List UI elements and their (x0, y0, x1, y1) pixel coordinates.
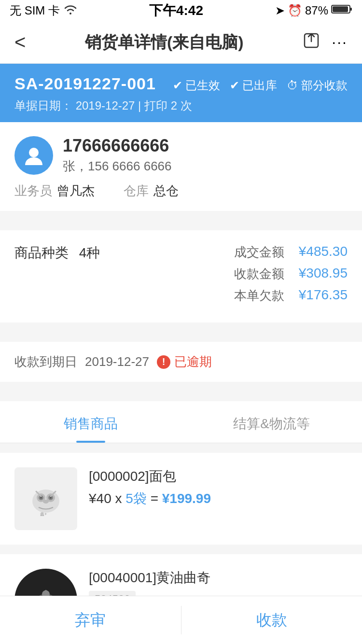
svg-point-10 (40, 497, 42, 499)
location-icon: ➤ (275, 4, 285, 17)
overdue-badge: ! 已逾期 (157, 353, 212, 370)
total-value-1: ¥199.99 (162, 491, 211, 506)
bottom-bar: 弃审 收款 (0, 596, 362, 644)
status-bar: 无 SIM 卡 下午4:42 ➤ ⏰ 87% (0, 0, 362, 21)
product-price-1: ¥40 x 5袋 = ¥199.99 (89, 490, 348, 508)
avatar (14, 136, 53, 175)
salesperson-value: 曾凡杰 (57, 182, 95, 199)
deal-amount-value: ¥485.30 (299, 244, 348, 261)
due-section: 收款到期日 2019-12-27 ! 已逾期 (0, 342, 362, 382)
tabs-bar: 销售商品 结算&物流等 (0, 401, 362, 443)
owed-label: 本单欠款 (234, 287, 284, 304)
product-name-2: [00040001]黄油曲奇 (89, 569, 348, 587)
svg-point-11 (50, 497, 52, 499)
order-status-row: ✔ 已生效 ✔ 已出库 ⏱ 部分收款 (173, 78, 348, 93)
carrier-text: 无 SIM 卡 (10, 3, 60, 18)
section-divider-3 (0, 382, 362, 392)
wifi-icon (64, 4, 77, 17)
cancel-review-button[interactable]: 弃审 (0, 596, 181, 644)
order-date-row: 单据日期： 2019-12-27 | 打印 2 次 (14, 98, 348, 113)
warehouse-label: 仓库 (124, 182, 149, 199)
check-icon-1: ✔ (173, 79, 182, 92)
battery-icon (331, 4, 352, 17)
svg-text:鑫+: 鑫+ (40, 512, 47, 517)
page-title: 销货单详情(来自电脑) (85, 31, 244, 54)
due-label: 收款到期日 (14, 353, 77, 370)
overdue-dot-icon: ! (157, 355, 170, 369)
warehouse-item: 仓库 总仓 (124, 182, 179, 199)
received-row: 收款金额 ¥308.95 (234, 266, 348, 282)
back-button[interactable]: < (14, 31, 26, 53)
customer-phone: 张，156 6666 6666 (63, 158, 348, 175)
section-divider-1 (0, 211, 362, 221)
customer-section: 17666666666 张，156 6666 6666 业务员 曾凡杰 仓库 总… (0, 122, 362, 211)
nav-bar: < 销货单详情(来自电脑) ··· (0, 21, 362, 64)
tab-sales-goods[interactable]: 销售商品 (0, 401, 181, 443)
due-date: 2019-12-27 (85, 354, 149, 369)
summary-section: 商品种类 4种 成交金额 ¥485.30 收款金额 ¥308.95 本单欠款 ¥… (0, 230, 362, 322)
product-card-1: 鑫+ [0000002]面包 ¥40 x 5袋 = ¥199.99 (0, 453, 362, 545)
price-value-1: ¥40 (89, 491, 111, 506)
deal-amount-row: 成交金额 ¥485.30 (234, 244, 348, 261)
order-id: SA-20191227-001 (14, 74, 156, 93)
received-value: ¥308.95 (299, 266, 348, 282)
svg-point-12 (43, 500, 49, 504)
owed-row: 本单欠款 ¥176.35 (234, 287, 348, 304)
svg-point-4 (29, 148, 39, 157)
category-count: 4种 (79, 245, 100, 260)
summary-right: 成交金额 ¥485.30 收款金额 ¥308.95 本单欠款 ¥176.35 (234, 244, 348, 309)
summary-left: 商品种类 4种 (14, 244, 100, 262)
owed-value: ¥176.35 (299, 287, 348, 304)
salesperson-item: 业务员 曾凡杰 (14, 182, 95, 199)
check-icon-2: ✔ (230, 79, 239, 92)
salesperson-label: 业务员 (14, 182, 52, 199)
received-label: 收款金额 (234, 266, 284, 282)
overdue-text: 已逾期 (174, 353, 212, 370)
clock-icon: ⏱ (287, 79, 298, 92)
share-icon[interactable] (303, 32, 320, 53)
status-left: 无 SIM 卡 (10, 3, 77, 18)
status-right: ➤ ⏰ 87% (275, 4, 352, 17)
customer-info: 17666666666 张，156 6666 6666 (63, 136, 348, 175)
section-divider-2 (0, 322, 362, 332)
status-partial-payment: ⏱ 部分收款 (287, 78, 348, 93)
more-icon[interactable]: ··· (332, 33, 348, 51)
svg-rect-2 (333, 6, 348, 12)
status-time: 下午4:42 (149, 1, 203, 20)
product-name-1: [0000002]面包 (89, 467, 348, 486)
product-info-1: [0000002]面包 ¥40 x 5袋 = ¥199.99 (89, 467, 348, 508)
status-shipped: ✔ 已出库 (230, 78, 277, 93)
product-thumb-1: 鑫+ (14, 467, 77, 530)
customer-meta: 业务员 曾凡杰 仓库 总仓 (14, 182, 348, 199)
tab-settlement[interactable]: 结算&物流等 (181, 401, 362, 443)
battery-text: 87% (305, 4, 328, 17)
qty-value-1: 5袋 (125, 491, 147, 506)
customer-name: 17666666666 (63, 136, 348, 156)
order-banner: SA-20191227-001 ✔ 已生效 ✔ 已出库 ⏱ 部分收款 单据日期：… (0, 64, 362, 122)
alarm-icon: ⏰ (288, 4, 302, 17)
status-activated: ✔ 已生效 (173, 78, 220, 93)
nav-icons: ··· (303, 32, 348, 53)
warehouse-value: 总仓 (153, 182, 179, 199)
deal-amount-label: 成交金额 (234, 244, 284, 261)
svg-rect-1 (350, 8, 352, 11)
collect-payment-button[interactable]: 收款 (181, 596, 362, 644)
customer-row: 17666666666 张，156 6666 6666 (14, 136, 348, 175)
category-label: 商品种类 (14, 245, 69, 260)
